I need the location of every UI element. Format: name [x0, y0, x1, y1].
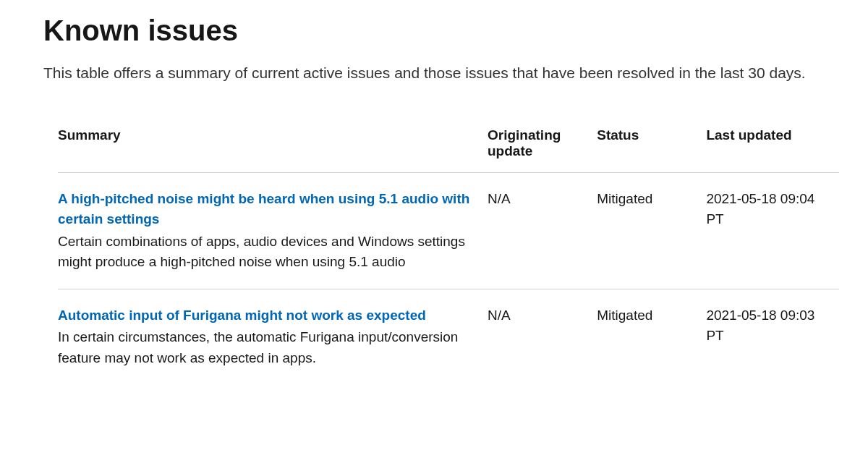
header-summary: Summary: [58, 114, 488, 173]
page-title: Known issues: [43, 14, 825, 47]
cell-status: Mitigated: [597, 172, 706, 289]
page-description: This table offers a summary of current a…: [43, 62, 825, 85]
issues-table: Summary Originating update Status Last u…: [58, 114, 839, 385]
cell-originating: N/A: [488, 172, 597, 289]
cell-status: Mitigated: [597, 289, 706, 384]
table-row: A high-pitched noise might be heard when…: [58, 172, 839, 289]
issue-description: Certain combinations of apps, audio devi…: [58, 232, 479, 273]
cell-updated: 2021-05-18 09:04 PT: [706, 172, 839, 289]
issue-title-link[interactable]: A high-pitched noise might be heard when…: [58, 189, 479, 230]
cell-summary: A high-pitched noise might be heard when…: [58, 172, 488, 289]
issue-title-link[interactable]: Automatic input of Furigana might not wo…: [58, 305, 479, 326]
table-row: Automatic input of Furigana might not wo…: [58, 289, 839, 384]
cell-summary: Automatic input of Furigana might not wo…: [58, 289, 488, 384]
cell-updated: 2021-05-18 09:03 PT: [706, 289, 839, 384]
issue-description: In certain circumstances, the automatic …: [58, 327, 479, 368]
header-updated: Last updated: [706, 114, 839, 173]
cell-originating: N/A: [488, 289, 597, 384]
header-originating: Originating update: [488, 114, 597, 173]
header-status: Status: [597, 114, 706, 173]
